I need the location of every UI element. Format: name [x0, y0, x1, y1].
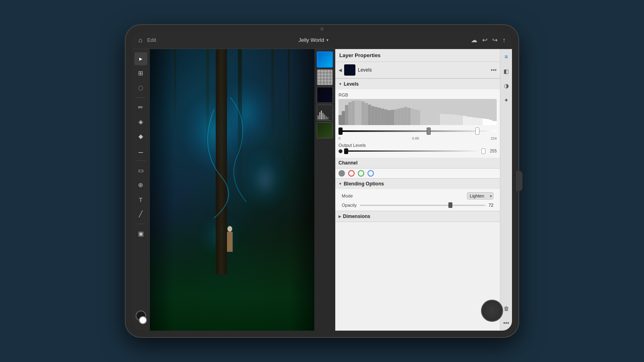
- line-tool[interactable]: ╱: [134, 208, 147, 220]
- output-levels-row: 255: [339, 149, 497, 153]
- layer-name: Levels: [358, 67, 488, 73]
- export-icon[interactable]: ↑: [502, 37, 506, 44]
- layers-icon-btn[interactable]: ≡: [502, 52, 511, 61]
- toolbar-separator-1: [136, 97, 146, 98]
- svg-rect-41: [473, 117, 476, 125]
- black-point-label: 0: [339, 136, 341, 140]
- channel-blue[interactable]: [367, 170, 374, 177]
- levels-body: RGB: [335, 89, 500, 158]
- svg-rect-18: [397, 109, 400, 125]
- mid-point-label: 0.85: [412, 136, 419, 140]
- svg-rect-16: [391, 110, 394, 125]
- fill-tool[interactable]: ◈: [134, 115, 147, 128]
- shape-tool[interactable]: ▭: [134, 164, 147, 177]
- more-icon-btn[interactable]: •••: [502, 319, 511, 327]
- properties-panel: Layer Properties ◀ Levels ••• ▼ Levels: [335, 49, 500, 331]
- cloud-icon[interactable]: ☁: [471, 36, 477, 44]
- black-point-handle[interactable]: [339, 128, 343, 135]
- toolbar-separator-3: [136, 224, 146, 224]
- blending-section-header[interactable]: ▼ Blending Options: [335, 178, 500, 189]
- svg-rect-29: [433, 113, 437, 125]
- mode-select-wrapper[interactable]: Lighten Normal Multiply Screen Overlay: [467, 192, 493, 200]
- layer-arrow: ◀: [339, 68, 342, 73]
- channel-green[interactable]: [358, 170, 364, 177]
- output-track[interactable]: [344, 150, 485, 152]
- white-point-label: 224: [491, 136, 497, 140]
- opacity-slider[interactable]: [360, 205, 485, 206]
- svg-rect-2: [345, 105, 348, 125]
- dimensions-toggle: ▶: [339, 214, 341, 218]
- undo-icon[interactable]: ↩: [482, 36, 487, 44]
- redo-icon[interactable]: ↪: [492, 36, 497, 44]
- svg-rect-43: [479, 118, 483, 125]
- opacity-handle[interactable]: [448, 202, 452, 208]
- home-icon[interactable]: ⌂: [138, 37, 142, 44]
- mode-label: Mode: [342, 193, 353, 198]
- svg-rect-7: [361, 101, 365, 125]
- layer-thumb-forest[interactable]: [317, 122, 333, 138]
- layer-info-row: ◀ Levels •••: [335, 62, 500, 78]
- adjustments-icon-btn[interactable]: ◧: [502, 67, 511, 76]
- project-title[interactable]: Jelly World: [299, 37, 324, 43]
- figure-body: [227, 232, 233, 252]
- photo-tool[interactable]: ▣: [134, 227, 147, 240]
- transform-tool[interactable]: ⊞: [134, 67, 147, 80]
- home-button[interactable]: [481, 300, 503, 322]
- svg-rect-25: [420, 111, 423, 125]
- svg-rect-12: [378, 108, 381, 125]
- output-levels-label: Output Levels: [339, 143, 497, 148]
- layer-thumb-checker[interactable]: [317, 69, 333, 85]
- svg-rect-1: [342, 111, 345, 125]
- toolbar-separator-2: [136, 160, 146, 161]
- panel-bottom: [335, 222, 500, 331]
- layer-more-btn[interactable]: •••: [491, 67, 497, 73]
- output-white-handle[interactable]: [481, 148, 485, 154]
- output-black-handle[interactable]: [344, 148, 348, 154]
- dimensions-section-header[interactable]: ▶ Dimensions: [335, 211, 500, 222]
- edit-label[interactable]: Edit: [147, 37, 156, 43]
- svg-rect-32: [443, 114, 446, 125]
- levels-input-slider[interactable]: [339, 128, 497, 136]
- background-color[interactable]: [139, 316, 147, 324]
- masks-icon-btn[interactable]: ◑: [502, 81, 511, 90]
- heal-tool[interactable]: ⊕: [134, 179, 147, 191]
- levels-section-header[interactable]: ▼ Levels: [335, 78, 500, 89]
- svg-rect-8: [365, 103, 368, 125]
- select-tool[interactable]: ▸: [134, 52, 147, 65]
- layer-thumb-histogram[interactable]: [317, 105, 333, 121]
- svg-rect-46: [489, 120, 492, 125]
- mode-select[interactable]: Lighten Normal Multiply Screen Overlay: [467, 192, 493, 200]
- svg-rect-36: [456, 115, 460, 125]
- svg-rect-3: [348, 102, 351, 125]
- white-point-handle[interactable]: [475, 128, 479, 135]
- layer-thumb-dark[interactable]: [317, 87, 333, 103]
- channel-red[interactable]: [348, 170, 355, 177]
- layer-thumb-blue[interactable]: [317, 51, 333, 68]
- svg-rect-0: [339, 115, 342, 125]
- svg-rect-6: [358, 101, 361, 125]
- svg-rect-39: [466, 117, 469, 125]
- opacity-value: 72: [489, 203, 493, 208]
- dimensions-title: Dimensions: [343, 214, 370, 219]
- svg-rect-30: [437, 113, 440, 125]
- brush-tool[interactable]: ✏: [134, 101, 147, 114]
- text-tool[interactable]: T: [134, 193, 147, 206]
- svg-rect-14: [384, 109, 388, 125]
- svg-rect-42: [476, 118, 479, 125]
- svg-rect-22: [411, 109, 414, 125]
- svg-rect-37: [460, 115, 463, 125]
- left-toolbar: ▸ ⊞ ◌ ✏ ◈ ◆ ⚊ ▭ ⊕ T ╱ ▣: [132, 49, 150, 331]
- lasso-tool[interactable]: ◌: [134, 81, 147, 94]
- mid-point-handle[interactable]: [427, 128, 431, 135]
- gradient-tool[interactable]: ◆: [134, 130, 147, 143]
- eyedropper-tool[interactable]: ⚊: [134, 144, 147, 157]
- svg-rect-47: [492, 121, 497, 125]
- channel-label: Channel: [339, 160, 357, 166]
- top-bar: ⌂ Edit Jelly World ▾ ☁ ↩ ↪ ↑: [132, 31, 512, 49]
- mode-row: Mode Lighten Normal Multiply Screen Over…: [339, 191, 497, 201]
- title-dropdown-icon[interactable]: ▾: [326, 38, 328, 42]
- channel-gray[interactable]: [339, 170, 345, 177]
- effects-icon-btn[interactable]: ✦: [502, 96, 511, 105]
- svg-rect-19: [400, 108, 404, 125]
- svg-rect-15: [388, 110, 391, 125]
